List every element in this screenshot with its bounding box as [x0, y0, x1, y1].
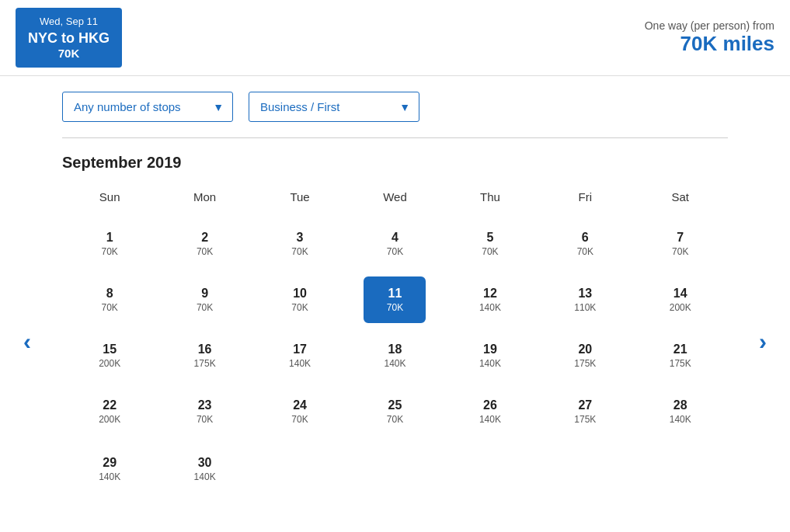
- day-cell[interactable]: 870K: [78, 276, 141, 323]
- day-price: 140K: [479, 302, 501, 313]
- day-price: 200K: [99, 358, 120, 369]
- day-cell[interactable]: 770K: [649, 221, 712, 267]
- day-cell[interactable]: 12140K: [459, 276, 521, 323]
- cabin-filter[interactable]: Business / FirstEconomyPremium EconomyFi…: [249, 92, 419, 122]
- day-cell[interactable]: 22200K: [78, 388, 141, 435]
- calendar-cell[interactable]: 26140K: [443, 384, 538, 440]
- flight-route: NYC to HKG: [28, 30, 110, 47]
- day-cell[interactable]: 18140K: [364, 332, 426, 379]
- calendar-cell[interactable]: 870K: [62, 272, 157, 328]
- calendar-cell[interactable]: 1170K: [347, 272, 442, 328]
- calendar-grid: Sun Mon Tue Wed Thu Fri Sat 170K270K370K…: [62, 184, 728, 499]
- day-cell[interactable]: 13110K: [554, 276, 616, 323]
- day-cell[interactable]: 2570K: [364, 388, 426, 435]
- calendar-cell[interactable]: 20175K: [538, 328, 632, 384]
- day-cell[interactable]: 470K: [364, 221, 426, 267]
- calendar-cell[interactable]: 1070K: [252, 272, 347, 328]
- calendar-cell[interactable]: 370K: [252, 216, 347, 272]
- day-cell[interactable]: 19140K: [459, 332, 521, 379]
- dow-wed: Wed: [347, 184, 442, 216]
- day-price: 70K: [102, 302, 118, 313]
- calendar-cell[interactable]: 13110K: [538, 272, 632, 328]
- day-price: 175K: [194, 358, 216, 369]
- day-price: 140K: [670, 414, 691, 425]
- day-price: 140K: [479, 358, 501, 369]
- day-cell[interactable]: 370K: [269, 221, 331, 267]
- day-price: 70K: [482, 246, 498, 257]
- day-price: 140K: [194, 471, 216, 482]
- calendar-cell[interactable]: 12140K: [443, 272, 538, 328]
- calendar-cell[interactable]: 670K: [538, 216, 632, 272]
- calendar-cell[interactable]: 18140K: [347, 328, 442, 384]
- day-number: 30: [198, 456, 212, 470]
- day-cell[interactable]: 970K: [174, 276, 236, 323]
- calendar-cell[interactable]: 770K: [633, 216, 728, 272]
- calendar-cell[interactable]: 2370K: [157, 384, 252, 440]
- day-price: 140K: [99, 471, 120, 482]
- day-number: 13: [578, 287, 592, 301]
- calendar-cell[interactable]: 2470K: [252, 384, 347, 440]
- calendar-cell[interactable]: 19140K: [443, 328, 538, 384]
- flight-miles-badge: 70K: [28, 47, 110, 60]
- calendar-week-row: 15200K16175K17140K18140K19140K20175K2117…: [62, 328, 728, 384]
- calendar-cell[interactable]: 170K: [62, 216, 157, 272]
- stops-filter[interactable]: Any number of stopsNonstop only1 stop or…: [62, 92, 233, 122]
- day-cell[interactable]: 1170K: [364, 276, 426, 323]
- day-cell[interactable]: 570K: [459, 221, 521, 267]
- day-cell[interactable]: 2470K: [269, 388, 331, 435]
- dow-fri: Fri: [538, 184, 632, 216]
- day-price: 70K: [291, 414, 308, 425]
- day-cell[interactable]: 14200K: [649, 276, 712, 323]
- day-cell[interactable]: 16175K: [174, 332, 236, 379]
- stops-select[interactable]: Any number of stopsNonstop only1 stop or…: [62, 92, 233, 122]
- day-cell[interactable]: 27175K: [554, 388, 616, 435]
- calendar-cell[interactable]: 16175K: [157, 328, 252, 384]
- day-price: 140K: [479, 414, 501, 425]
- day-cell[interactable]: 28140K: [649, 388, 712, 435]
- day-cell[interactable]: 2370K: [174, 388, 236, 435]
- calendar-cell[interactable]: 15200K: [62, 328, 157, 384]
- calendar-cell[interactable]: 28140K: [633, 384, 728, 440]
- calendar-cell[interactable]: 22200K: [62, 384, 157, 440]
- day-cell[interactable]: 20175K: [554, 332, 616, 379]
- day-number: 14: [673, 287, 687, 301]
- day-cell[interactable]: 1070K: [269, 276, 331, 323]
- calendar-cell[interactable]: 14200K: [633, 272, 728, 328]
- calendar-cell[interactable]: 17140K: [252, 328, 347, 384]
- day-number: 15: [103, 342, 117, 356]
- day-cell-empty: [269, 444, 331, 491]
- calendar-cell[interactable]: 30140K: [157, 440, 252, 499]
- cabin-select[interactable]: Business / FirstEconomyPremium EconomyFi…: [249, 92, 419, 122]
- day-cell[interactable]: 270K: [174, 221, 236, 267]
- day-number: 25: [388, 398, 402, 412]
- day-number: 16: [198, 342, 212, 356]
- calendar-cell: [633, 440, 728, 499]
- day-cell[interactable]: 30140K: [174, 446, 236, 492]
- calendar-cell[interactable]: 29140K: [62, 440, 157, 499]
- prev-month-button[interactable]: ‹: [16, 329, 39, 355]
- calendar-cell[interactable]: 2570K: [347, 384, 442, 440]
- calendar-cell[interactable]: 570K: [443, 216, 538, 272]
- calendar-cell[interactable]: 27175K: [538, 384, 632, 440]
- day-price: 70K: [291, 246, 308, 257]
- day-number: 18: [388, 342, 402, 356]
- day-cell[interactable]: 21175K: [649, 332, 712, 379]
- day-cell[interactable]: 15200K: [78, 332, 141, 379]
- day-number: 26: [483, 398, 497, 412]
- day-number: 28: [673, 398, 687, 412]
- day-cell[interactable]: 26140K: [459, 388, 521, 435]
- calendar-cell[interactable]: 470K: [347, 216, 442, 272]
- day-cell[interactable]: 29140K: [78, 446, 141, 492]
- day-cell[interactable]: 670K: [554, 221, 616, 267]
- calendar-cell[interactable]: 21175K: [633, 328, 728, 384]
- calendar-cell[interactable]: 270K: [157, 216, 252, 272]
- day-number: 6: [582, 231, 589, 245]
- day-price: 70K: [387, 246, 403, 257]
- header: Wed, Sep 11 NYC to HKG 70K One way (per …: [0, 0, 790, 76]
- calendar-cell[interactable]: 970K: [157, 272, 252, 328]
- price-label: One way (per person) from: [645, 19, 774, 32]
- day-price: 200K: [670, 302, 691, 313]
- next-month-button[interactable]: ›: [751, 329, 774, 355]
- day-cell[interactable]: 170K: [78, 221, 141, 267]
- day-cell[interactable]: 17140K: [269, 332, 331, 379]
